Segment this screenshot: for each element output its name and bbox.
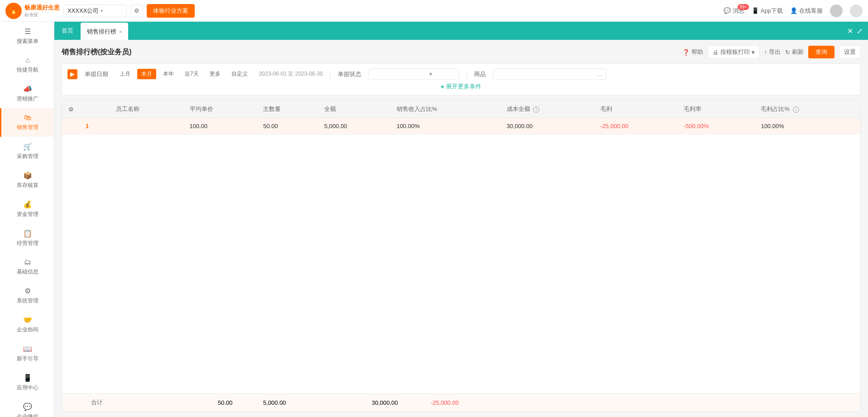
td-profit-pct: 100.00% (755, 118, 860, 134)
sidebar-label-search: 搜索菜单 (17, 38, 38, 45)
marketing-icon: 📣 (23, 85, 32, 93)
sidebar-item-sales[interactable]: 🛍 销售管理 (0, 108, 54, 137)
sidebar-item-enterprise-collab[interactable]: 🤝 企业协同 (0, 310, 54, 339)
table-wrapper: ⚙ 员工名称 平均单价 主数量 全额 销售收入占比% 成本全额 i 毛利 毛利率 (62, 101, 860, 393)
cost-info-icon[interactable]: i (533, 106, 539, 113)
td-settings (62, 118, 80, 134)
main-layout: ☰ 搜索菜单 ⌂ 快捷导航 📣 营销推广 🛍 销售管理 🛒 采购管理 📦 库存核… (0, 22, 868, 417)
sidebar-item-quick-nav[interactable]: ⌂ 快捷导航 (0, 51, 54, 79)
th-employee: 员工名称 (110, 101, 184, 118)
guide-icon: 📖 (23, 345, 32, 353)
more-dots[interactable]: … (596, 71, 602, 77)
app-download-button[interactable]: 📱 App下载 (752, 7, 783, 15)
app-center-icon: 📱 (23, 374, 32, 382)
th-sales-pct: 销售收入占比% (391, 101, 501, 118)
query-button[interactable]: 查询 (808, 46, 834, 58)
table-section: ⚙ 员工名称 平均单价 主数量 全额 销售收入占比% 成本全额 i 毛利 毛利率 (62, 100, 861, 412)
td-qty: 50.00 (258, 118, 319, 134)
refresh-icon: ↻ (785, 49, 790, 56)
date-btn-this-month[interactable]: 本月 (137, 69, 156, 79)
enterprise-collab-icon: 🤝 (23, 316, 32, 324)
td-sales-pct: 100.00% (391, 118, 501, 134)
trial-button[interactable]: 体验行业方案 (147, 4, 195, 18)
profit-pct-info-icon[interactable]: i (793, 106, 799, 113)
th-profit: 毛利 (595, 101, 678, 118)
sidebar-item-inventory[interactable]: 📦 库存核算 (0, 166, 54, 195)
app-label: App下载 (761, 7, 783, 15)
date-btn-this-year[interactable]: 本年 (159, 69, 178, 79)
sidebar-item-marketing[interactable]: 📣 营销推广 (0, 79, 54, 108)
footer-amount: 5,000.00 (258, 399, 312, 406)
status-select[interactable]: ▾ (369, 68, 459, 80)
table-footer: 合计 50.00 5,000.00 30,000.00 -25,000.00 (62, 393, 860, 411)
settings-button[interactable]: 设置 (839, 45, 861, 59)
td-profit-rate: -500.00% (678, 118, 755, 134)
th-profit-pct: 毛利占比% i (755, 101, 860, 118)
logo-area: 🔥 畅康通好生意 标准版 (5, 3, 60, 19)
avatar-extra[interactable] (850, 5, 863, 17)
tab-home[interactable]: 首页 (54, 22, 81, 40)
th-qty: 主数量 (258, 101, 319, 118)
help-button[interactable]: ❓ 帮助 (682, 48, 703, 56)
company-selector[interactable]: XXXXX公司 ▾ (63, 5, 127, 17)
message-button[interactable]: 💬 消息 99+ (724, 7, 744, 15)
td-cost: 30,000.00 (501, 118, 595, 134)
sidebar-item-app-center[interactable]: 📱 应用中心 (0, 368, 54, 397)
th-rank (80, 101, 110, 118)
system-icon: ⚙ (24, 287, 31, 295)
td-rank: 1 (80, 118, 110, 134)
print-icon: 🖨 (713, 49, 719, 56)
date-range: 2023-06-01 至 2023-06-30 (259, 70, 323, 78)
sidebar-item-purchase[interactable]: 🛒 采购管理 (0, 137, 54, 166)
sidebar-item-system[interactable]: ⚙ 系统管理 (0, 281, 54, 310)
filter-divider-2 (466, 70, 467, 79)
th-settings[interactable]: ⚙ (62, 101, 80, 118)
avatar[interactable] (830, 5, 843, 17)
export-icon: ↑ (764, 49, 767, 56)
tab-close-icon[interactable]: × (119, 29, 122, 34)
sidebar-item-finance[interactable]: 💰 资金管理 (0, 195, 54, 224)
sidebar-item-guide[interactable]: 📖 新手引导 (0, 339, 54, 368)
date-btn-more[interactable]: 更多 (206, 69, 225, 79)
tab-expand-icon[interactable]: ⤢ (857, 27, 863, 35)
filter-divider-1 (330, 70, 331, 79)
date-btn-7days[interactable]: 近7天 (181, 69, 203, 79)
print-button[interactable]: 🖨 按模板打印 ▾ (708, 45, 760, 59)
content-area: 首页 销售排行榜 × ✕ ⤢ 销售排行榜(按业务员) ❓ 帮助 (54, 22, 868, 417)
goods-label: 商品 (474, 70, 486, 78)
sidebar-item-business[interactable]: 📋 经营管理 (0, 224, 54, 253)
th-profit-rate: 毛利率 (678, 101, 755, 118)
quick-nav-icon: ⌂ (25, 56, 30, 64)
gear-button[interactable]: ⚙ (130, 5, 143, 17)
td-profit: -25,000.00 (595, 118, 678, 134)
basic-info-icon: 🗂 (24, 258, 31, 266)
td-avg-price: 100.00 (184, 118, 258, 134)
date-btn-custom[interactable]: 自定义 (227, 69, 252, 79)
th-amount: 全额 (319, 101, 391, 118)
tab-close-all-icon[interactable]: ✕ (847, 27, 853, 35)
export-button[interactable]: ↑ 导出 (764, 48, 781, 56)
page-title: 销售排行榜(按业务员) (62, 48, 132, 57)
goods-input[interactable]: … (493, 68, 606, 80)
service-label: 在线客服 (799, 7, 823, 15)
tab-sales-ranking[interactable]: 销售排行榜 × (81, 23, 128, 41)
date-btn-last-month[interactable]: 上月 (115, 69, 134, 79)
service-icon: 👤 (790, 7, 797, 14)
sidebar-item-wechat[interactable]: 💬 企业微信 (0, 397, 54, 417)
td-employee (110, 118, 184, 134)
status-chevron-icon: ▾ (429, 71, 455, 77)
footer-qty: 50.00 (212, 399, 258, 406)
sidebar-item-basic-info[interactable]: 🗂 基础信息 (0, 253, 54, 281)
purchase-icon: 🛒 (23, 142, 32, 151)
data-table: ⚙ 员工名称 平均单价 主数量 全额 销售收入占比% 成本全额 i 毛利 毛利率 (62, 101, 860, 134)
top-right: 💬 消息 99+ 📱 App下载 👤 在线客服 (724, 5, 863, 17)
filter-expand-icon[interactable]: ▶ (67, 69, 77, 79)
logo-title: 畅康通好生意 (24, 4, 60, 12)
expand-conditions-button[interactable]: ▾ 展开更多条件 (441, 82, 481, 91)
footer-label: 合计 (67, 398, 167, 407)
print-chevron-icon: ▾ (752, 49, 755, 56)
table-header: ⚙ 员工名称 平均单价 主数量 全额 销售收入占比% 成本全额 i 毛利 毛利率 (62, 101, 860, 118)
online-service-button[interactable]: 👤 在线客服 (790, 7, 823, 15)
refresh-button[interactable]: ↻ 刷新 (785, 48, 804, 56)
sidebar-item-search-order[interactable]: ☰ 搜索菜单 (0, 22, 54, 51)
